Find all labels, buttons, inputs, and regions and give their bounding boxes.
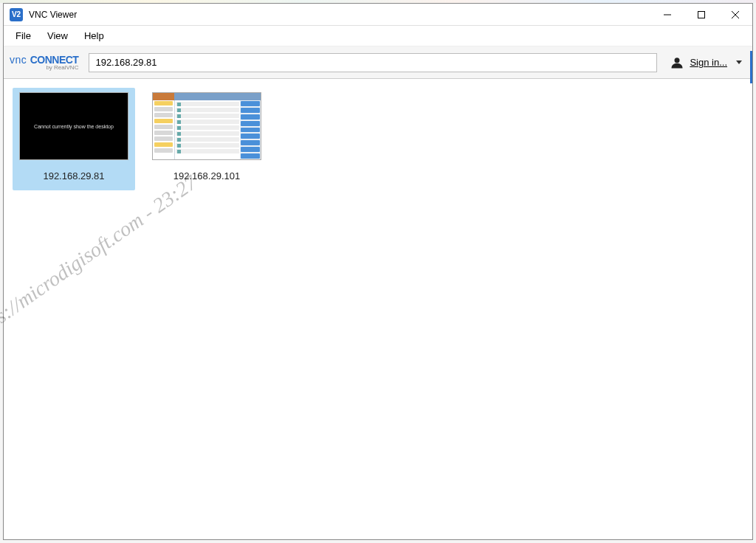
vnc-connect-logo: vnc CONNECT by RealVNC xyxy=(10,55,78,71)
address-input[interactable] xyxy=(89,53,657,72)
connection-label: 192.168.29.81 xyxy=(43,170,104,181)
svg-point-4 xyxy=(675,58,680,63)
sign-in-label: Sign in... xyxy=(690,57,727,68)
connection-thumbnail xyxy=(152,92,261,160)
connection-card[interactable]: Cannot currently show the desktop 192.16… xyxy=(13,88,135,190)
logo-vnc-text: vnc xyxy=(10,54,27,66)
maximize-icon xyxy=(698,11,705,18)
connection-thumbnail: Cannot currently show the desktop xyxy=(19,92,128,160)
titlebar: V2 VNC Viewer xyxy=(4,4,752,26)
user-icon xyxy=(669,55,685,71)
menu-help[interactable]: Help xyxy=(77,27,111,44)
toolbar: vnc CONNECT by RealVNC Sign in... xyxy=(4,46,752,79)
thumbnail-message: Cannot currently show the desktop xyxy=(34,124,114,129)
maximize-button[interactable] xyxy=(684,4,718,25)
svg-rect-1 xyxy=(698,11,705,18)
edge-accent xyxy=(750,51,752,83)
window-controls xyxy=(650,4,752,25)
minimize-icon xyxy=(664,11,671,18)
menubar: File View Help xyxy=(4,26,752,46)
menu-file[interactable]: File xyxy=(8,27,38,44)
minimize-button[interactable] xyxy=(650,4,684,25)
connection-card[interactable]: 192.168.29.101 xyxy=(145,88,268,190)
menu-view[interactable]: View xyxy=(40,27,75,44)
chevron-down-icon xyxy=(736,60,742,64)
sign-in-button[interactable]: Sign in... xyxy=(664,55,746,71)
close-icon xyxy=(732,11,739,18)
app-icon: V2 xyxy=(10,8,23,21)
close-button[interactable] xyxy=(718,4,752,25)
connections-grid: Cannot currently show the desktop 192.16… xyxy=(4,79,752,539)
vnc-viewer-window: V2 VNC Viewer File View Help vnc CONNECT… xyxy=(3,3,753,540)
connection-label: 192.168.29.101 xyxy=(173,170,240,181)
window-title: VNC Viewer xyxy=(29,10,650,20)
logo-byline: by RealVNC xyxy=(46,65,78,71)
